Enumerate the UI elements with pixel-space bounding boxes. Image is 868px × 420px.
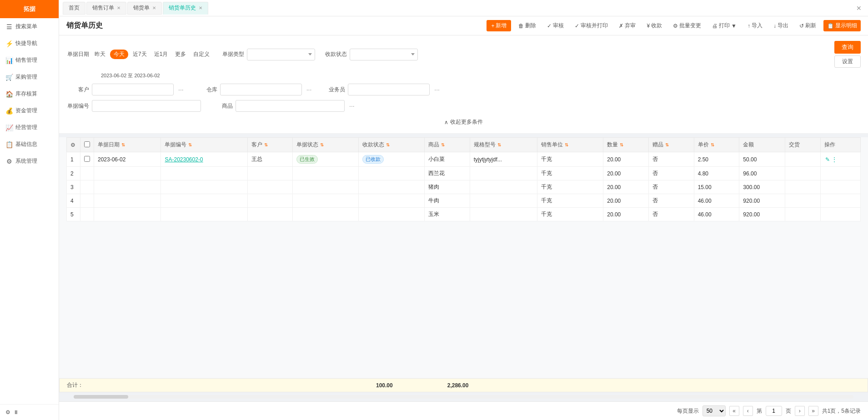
delete-button[interactable]: 🗑 删除 bbox=[515, 20, 540, 31]
audit-print-button[interactable]: ✓ 审核并打印 bbox=[571, 20, 612, 31]
col-qty[interactable]: 数量⇅ bbox=[603, 138, 649, 152]
date-range-text: 2023-06-02 至 2023-06-02 bbox=[101, 72, 160, 79]
audit-button[interactable]: ✓ 审核 bbox=[543, 20, 567, 31]
doc-type-select[interactable] bbox=[247, 49, 315, 60]
sidebar-item-purchase-mgmt[interactable]: 🛒 采购管理 bbox=[0, 69, 59, 85]
sidebar-item-inventory[interactable]: 🏠 库存核算 bbox=[0, 85, 59, 102]
import-button[interactable]: ↑ 导入 bbox=[744, 20, 766, 31]
row-transaction bbox=[785, 180, 820, 194]
tab-sales-order[interactable]: 销售订单 ✕ bbox=[86, 2, 126, 15]
tab-sales-delivery-close[interactable]: ✕ bbox=[152, 5, 156, 10]
sidebar-item-label: 销售管理 bbox=[15, 56, 37, 64]
date-btn-1month[interactable]: 近1月 bbox=[151, 50, 171, 59]
col-gift[interactable]: 赠品⇅ bbox=[648, 138, 694, 152]
collect-status-select[interactable] bbox=[350, 49, 418, 60]
row-amount: 920.00 bbox=[739, 208, 785, 221]
col-spec[interactable]: 规格型号⇅ bbox=[470, 138, 537, 152]
page-size-select[interactable]: 20 50 100 bbox=[702, 405, 726, 416]
date-btn-7days[interactable]: 近7天 bbox=[130, 50, 150, 59]
tab-close-all-btn[interactable]: ✕ bbox=[853, 4, 864, 13]
sidebar-item-quick-nav[interactable]: ⚡ 快捷导航 bbox=[0, 35, 59, 52]
date-btn-yesterday[interactable]: 昨天 bbox=[92, 50, 108, 59]
row-edit-btn[interactable]: ✎ bbox=[824, 156, 831, 163]
sidebar-item-system-mgmt[interactable]: ⚙ 系统管理 bbox=[0, 153, 59, 170]
goods-ellipsis-btn[interactable]: ··· bbox=[347, 102, 356, 110]
customer-ellipsis-btn[interactable]: ··· bbox=[176, 86, 186, 93]
row-more-btn[interactable]: ⋮ bbox=[831, 156, 838, 163]
row-gift: 否 bbox=[648, 167, 694, 180]
tab-sales-history-close[interactable]: ✕ bbox=[199, 5, 202, 10]
col-price[interactable]: 单价⇅ bbox=[694, 138, 739, 152]
scrollbar-thumb[interactable] bbox=[74, 395, 128, 399]
add-button[interactable]: + 新增 bbox=[487, 20, 511, 31]
query-button[interactable]: 查询 bbox=[834, 41, 861, 54]
scrollbar-track[interactable] bbox=[74, 395, 853, 399]
last-page-btn[interactable]: » bbox=[808, 406, 818, 416]
table-row: 12023-06-02SA-20230602-0王总已生效已收款小白菜tyjyt… bbox=[67, 152, 861, 167]
row-doc-number[interactable] bbox=[161, 194, 247, 208]
goods-input[interactable] bbox=[236, 100, 345, 112]
batch-change-button[interactable]: ⚙ 批量变更 bbox=[669, 20, 705, 31]
collect-button[interactable]: ¥ 收款 bbox=[643, 20, 666, 31]
warehouse-ellipsis-btn[interactable]: ··· bbox=[305, 86, 314, 93]
page-number-input[interactable] bbox=[766, 406, 782, 416]
first-page-btn[interactable]: « bbox=[729, 406, 739, 416]
col-doc-date[interactable]: 单据日期⇅ bbox=[94, 138, 161, 152]
show-detail-button[interactable]: 📋 显示明细 bbox=[823, 20, 861, 31]
row-gift: 否 bbox=[648, 208, 694, 221]
row-unit: 千克 bbox=[537, 167, 603, 180]
customer-input[interactable] bbox=[92, 84, 174, 95]
col-unit[interactable]: 销售单位⇅ bbox=[537, 138, 603, 152]
date-btn-custom[interactable]: 自定义 bbox=[191, 50, 212, 59]
tab-sales-order-close[interactable]: ✕ bbox=[117, 5, 120, 10]
collapse-button[interactable]: ∧ 收起更多条件 bbox=[66, 116, 861, 128]
tab-sales-history[interactable]: 销货单历史 ✕ bbox=[163, 2, 208, 15]
sidebar-item-search-menu[interactable]: ☰ 搜索菜单 bbox=[0, 18, 59, 35]
doc-number-input[interactable] bbox=[92, 100, 201, 112]
col-customer[interactable]: 客户⇅ bbox=[247, 138, 293, 152]
col-transaction: 交货 bbox=[785, 138, 820, 152]
col-settings[interactable]: ⚙ bbox=[67, 138, 80, 152]
salesman-input[interactable] bbox=[348, 84, 430, 95]
col-doc-status[interactable]: 单据状态⇅ bbox=[293, 138, 359, 152]
row-doc-number[interactable] bbox=[161, 167, 247, 180]
tab-home[interactable]: 首页 bbox=[63, 2, 85, 15]
filter-doc-type: 单据类型 bbox=[221, 49, 315, 60]
print-button[interactable]: 🖨 打印 ▼ bbox=[708, 20, 740, 31]
row-actions: ✎⋮ bbox=[820, 152, 860, 167]
select-all-checkbox[interactable] bbox=[84, 141, 90, 147]
salesman-ellipsis-btn[interactable]: ··· bbox=[432, 86, 442, 93]
sidebar-item-label: 快捷导航 bbox=[15, 40, 37, 47]
row-collect-status bbox=[359, 208, 425, 221]
goods-label: 商品 bbox=[210, 102, 233, 110]
next-page-btn[interactable]: › bbox=[795, 406, 805, 416]
row-goods: 玉米 bbox=[425, 208, 470, 221]
warehouse-input[interactable] bbox=[220, 84, 302, 95]
set-button[interactable]: 设置 bbox=[834, 55, 861, 68]
table-row: 4牛肉千克20.00否46.00920.00 bbox=[67, 194, 861, 208]
row-doc-number[interactable] bbox=[161, 208, 247, 221]
sidebar-item-basic-info[interactable]: 📋 基础信息 bbox=[0, 136, 59, 153]
col-collect-status[interactable]: 收款状态⇅ bbox=[359, 138, 425, 152]
refresh-button[interactable]: ↺ 刷新 bbox=[796, 20, 820, 31]
row-amount: 50.00 bbox=[739, 152, 785, 167]
col-goods[interactable]: 商品⇅ bbox=[425, 138, 470, 152]
row-doc-number[interactable] bbox=[161, 180, 247, 194]
sidebar-item-sales-mgmt[interactable]: 📊 销售管理 bbox=[0, 52, 59, 69]
row-doc-number[interactable]: SA-20230602-0 bbox=[161, 152, 247, 167]
date-btn-more[interactable]: 更多 bbox=[172, 50, 189, 59]
abandon-button[interactable]: ✗ 弃审 bbox=[615, 20, 639, 31]
sidebar-item-finance[interactable]: 💰 资金管理 bbox=[0, 102, 59, 119]
date-btn-today[interactable]: 今天 bbox=[110, 50, 128, 59]
row-checkbox[interactable] bbox=[84, 156, 90, 162]
pagination-area: 每页显示 20 50 100 « ‹ 第 页 › » 共1页，5条记录 bbox=[59, 401, 868, 420]
export-button[interactable]: ↓ 导出 bbox=[770, 20, 792, 31]
sidebar-item-operations[interactable]: 📈 经营管理 bbox=[0, 119, 59, 136]
col-doc-number[interactable]: 单据编号⇅ bbox=[161, 138, 247, 152]
prev-page-btn[interactable]: ‹ bbox=[743, 406, 753, 416]
audit-print-icon: ✓ bbox=[575, 23, 579, 29]
sidebar-bottom-settings[interactable]: ⚙ ⏸ bbox=[0, 405, 59, 420]
row-spec bbox=[470, 194, 537, 208]
tab-sales-delivery[interactable]: 销货单 ✕ bbox=[127, 2, 162, 15]
audit-icon: ✓ bbox=[547, 23, 552, 29]
